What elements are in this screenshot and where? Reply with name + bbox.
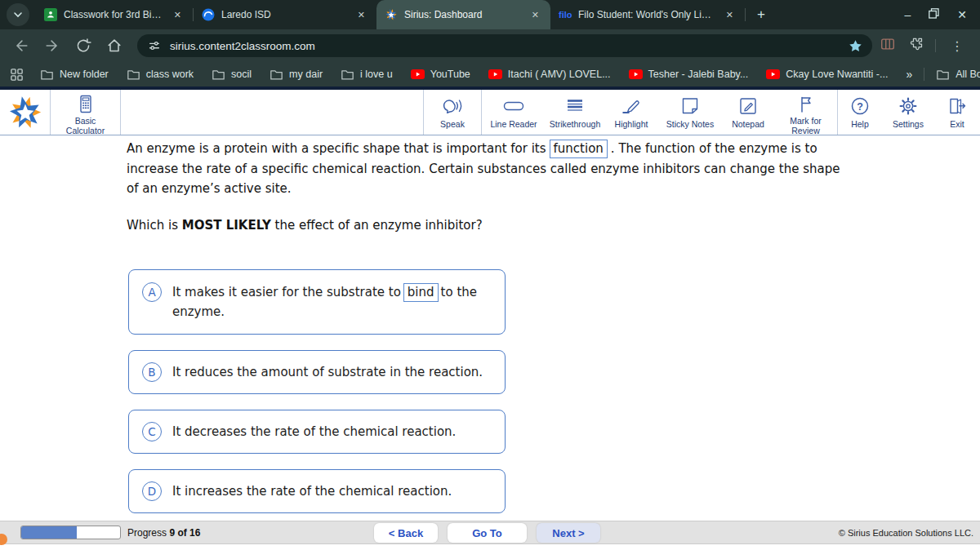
forward-arrow-icon (44, 38, 60, 54)
tab-search-button[interactable] (7, 3, 29, 26)
youtube-icon (488, 69, 502, 79)
option-text: It decreases the rate of the chemical re… (172, 422, 492, 441)
all-bookmarks-button[interactable]: All Bookmarks (936, 69, 980, 81)
folder-icon (212, 69, 225, 81)
strikethrough-button[interactable]: Strikethrough (546, 90, 604, 135)
restore-button[interactable] (929, 8, 939, 21)
tab-close-button[interactable]: ✕ (354, 8, 368, 22)
bookmark-ckay-love[interactable]: Ckay Love Nwantiti -... (766, 69, 888, 80)
sticky-note-icon (679, 94, 701, 118)
option-text: It makes it easier for the substrate tob… (172, 282, 492, 322)
speak-icon (440, 94, 465, 118)
sticky-notes-button[interactable]: Sticky Notes (658, 90, 722, 135)
mark-for-review-button[interactable]: Mark for Review (774, 90, 838, 135)
option-letter: A (142, 282, 162, 302)
tab-laredo-isd[interactable]: Laredo ISD ✕ (194, 0, 376, 29)
answer-option-b[interactable]: B It reduces the amount of substrate in … (128, 350, 506, 394)
url-text[interactable]: sirius.content2classroom.com (170, 40, 315, 52)
exit-button[interactable]: Exit (934, 90, 980, 135)
address-bar[interactable]: sirius.content2classroom.com (137, 34, 872, 57)
answer-options: A It makes it easier for the substrate t… (128, 269, 506, 513)
sirius-star-icon (385, 8, 398, 21)
tab-sirius-dashboard-active[interactable]: Sirius: Dashboard ✕ (376, 0, 550, 29)
folder-icon (936, 69, 950, 81)
flag-icon (795, 94, 817, 115)
option-letter: D (142, 481, 162, 501)
close-window-button[interactable]: ✕ (957, 8, 967, 21)
extensions-button[interactable] (907, 36, 924, 55)
site-settings-icon (147, 38, 162, 53)
back-nav-button[interactable]: < Back (374, 523, 438, 543)
divider (924, 68, 924, 81)
reload-button[interactable] (70, 33, 96, 59)
bookmark-itachi-amv[interactable]: Itachi ( AMV) LOVEL... (488, 69, 611, 80)
option-letter: B (142, 362, 162, 382)
question-prompt: Which is MOST LIKELY the effect of an en… (127, 218, 980, 233)
new-tab-button[interactable]: + (746, 7, 777, 23)
side-panel-icon (880, 36, 896, 52)
youtube-icon (411, 69, 425, 79)
vocab-word-function[interactable]: function (550, 140, 608, 158)
help-button[interactable]: ? Help (838, 90, 882, 135)
bookmark-folder-class-work[interactable]: class work (127, 69, 194, 81)
answer-option-c[interactable]: C It decreases the rate of the chemical … (128, 410, 506, 454)
option-letter: C (142, 422, 162, 441)
bookmark-folder-new-folder[interactable]: New folder (40, 69, 109, 81)
sirius-toolbar: Basic Calculator Speak Line Reader Strik… (0, 90, 980, 135)
home-button[interactable] (101, 33, 127, 59)
footer-bar: Progress 9 of 16 < Back Go To Next > © S… (0, 521, 980, 544)
answer-option-a[interactable]: A It makes it easier for the substrate t… (128, 269, 506, 335)
answer-option-d[interactable]: D It increases the rate of the chemical … (128, 469, 506, 513)
vocab-word-bind[interactable]: bind (403, 283, 439, 302)
folder-icon (270, 69, 283, 81)
help-icon: ? (849, 94, 871, 118)
basic-calculator-button[interactable]: Basic Calculator (51, 90, 121, 135)
bookmarks-overflow-button[interactable]: » (906, 68, 912, 81)
browser-address-row: sirius.content2classroom.com ⋮ (0, 29, 980, 62)
copyright-text: © Sirius Education Solutions LLC. (839, 528, 973, 538)
bookmark-youtube[interactable]: YouTube (411, 69, 470, 80)
bookmark-star-button[interactable] (849, 39, 862, 53)
restore-icon (929, 8, 939, 19)
settings-button[interactable]: Settings (882, 90, 934, 135)
sirius-logo (0, 90, 51, 135)
back-button[interactable] (8, 33, 34, 59)
gear-icon (898, 94, 919, 118)
highlight-button[interactable]: Highlight (604, 90, 658, 135)
sirius-star-logo-icon (7, 94, 44, 131)
minimize-button[interactable]: – (904, 8, 911, 21)
filo-logo-icon: filo (559, 8, 572, 21)
line-reader-icon (501, 94, 526, 118)
side-panel-button[interactable] (880, 36, 896, 55)
browser-action-icons: ⋮ (880, 36, 972, 55)
back-arrow-icon (13, 38, 29, 54)
progress-bar (20, 526, 121, 539)
speak-button[interactable]: Speak (423, 90, 482, 135)
bookmark-folder-my-dair[interactable]: my dair (270, 69, 323, 81)
bookmark-tesher-jalebi[interactable]: Tesher - Jalebi Baby... (629, 69, 749, 80)
divider (935, 39, 936, 52)
tab-close-button[interactable]: ✕ (528, 8, 542, 22)
exit-door-icon (947, 94, 968, 118)
notepad-button[interactable]: Notepad (722, 90, 774, 135)
forward-button[interactable] (39, 33, 65, 59)
line-reader-button[interactable]: Line Reader (482, 90, 546, 135)
tab-title: Laredo ISD (221, 9, 348, 20)
apps-grid-button[interactable] (10, 68, 24, 82)
tab-filo-student[interactable]: filo Filo Student: World's Only Live | ✕ (550, 0, 745, 29)
bookmark-folder-i-love-u[interactable]: i love u (341, 69, 393, 81)
tab-close-button[interactable]: ✕ (171, 8, 185, 22)
tab-close-button[interactable]: ✕ (723, 8, 737, 22)
strikethrough-icon (564, 94, 586, 118)
tab-classwork[interactable]: Classwork for 3rd Bio Cruz 12 ✕ (36, 0, 193, 29)
question-content: An enzyme is a protein with a specific s… (0, 135, 980, 513)
goto-button[interactable]: Go To (448, 523, 527, 543)
next-button[interactable]: Next > (537, 523, 600, 543)
browser-menu-button[interactable]: ⋮ (947, 38, 967, 54)
folder-icon (341, 69, 354, 81)
notepad-icon (737, 94, 759, 118)
bookmark-folder-socil[interactable]: socil (212, 69, 252, 81)
puzzle-icon (907, 36, 924, 52)
bookmark-star-icon (849, 39, 862, 53)
progress-bar-fill (21, 526, 77, 539)
